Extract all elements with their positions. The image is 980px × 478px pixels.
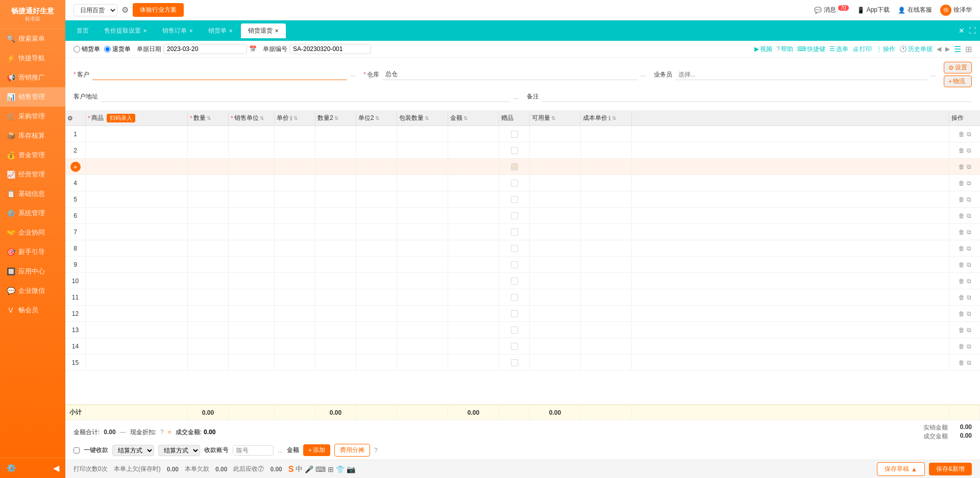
customer-lookup-icon[interactable]: ...	[350, 71, 355, 78]
fee-split-button[interactable]: 费用分摊	[334, 444, 370, 457]
user-profile-button[interactable]: 徐 徐泽华	[940, 5, 972, 16]
gift-checkbox[interactable]	[511, 212, 518, 219]
row-unit-1[interactable]	[229, 126, 275, 142]
row-price-1[interactable]	[275, 126, 315, 142]
app-download-button[interactable]: 📱 App下载	[857, 6, 890, 14]
sidebar-item-sales[interactable]: 📊 销售管理	[0, 87, 65, 107]
row-goods-3[interactable]	[86, 159, 188, 174]
sidebar-item-enterprise[interactable]: 🤝 企业协同	[0, 223, 65, 242]
save-draft-button[interactable]: 保存草稿 ▲	[877, 462, 925, 476]
settings-button[interactable]: ⚙ 设置	[944, 62, 972, 73]
delete-icon[interactable]: 🗑	[959, 180, 965, 187]
industry-select[interactable]: 日用百货	[74, 4, 117, 16]
delete-icon[interactable]: 🗑	[959, 212, 965, 219]
salesman-lookup-icon[interactable]: ...	[930, 71, 936, 78]
available-sort-icon[interactable]: ⇅	[551, 115, 555, 121]
gift-checkbox[interactable]	[511, 310, 518, 317]
row-packqty-3[interactable]	[397, 159, 448, 174]
qty2-input-1[interactable]	[317, 131, 354, 138]
number-input[interactable]	[289, 44, 371, 54]
qty2-sort-icon[interactable]: ⇅	[334, 115, 338, 121]
settings-gear-icon[interactable]: ⚙	[121, 5, 129, 15]
row-unit2-2[interactable]	[356, 142, 397, 158]
account-input[interactable]	[233, 445, 274, 456]
gift-checkbox[interactable]	[511, 245, 518, 252]
warehouse-input[interactable]	[382, 69, 638, 80]
row-qty2-1[interactable]	[315, 126, 356, 142]
unit2-input-1[interactable]	[358, 131, 395, 138]
experience-button[interactable]: 体验行业方案	[133, 3, 184, 17]
collapse-icon[interactable]: ◀	[53, 463, 59, 473]
row-goods-1[interactable]	[86, 126, 188, 142]
row-goods-2[interactable]	[86, 142, 188, 158]
sidebar-item-inventory[interactable]: 📦 库存核算	[0, 126, 65, 145]
one-click-payment-checkbox[interactable]	[74, 447, 80, 454]
copy-icon[interactable]: ⧉	[967, 359, 971, 366]
gift-checkbox[interactable]	[511, 294, 518, 301]
customer-input[interactable]	[92, 69, 348, 80]
payment-method-select[interactable]: 结算方式	[158, 445, 200, 456]
price-info-icon[interactable]: ℹ	[290, 115, 292, 122]
gift-checkbox[interactable]	[511, 343, 518, 350]
video-action[interactable]: ▶ 视频	[754, 45, 772, 54]
message-button[interactable]: 💬 消息 70	[814, 6, 849, 14]
shortcut-action[interactable]: ⌨ 快捷键	[797, 45, 825, 54]
row-packqty-1[interactable]	[397, 126, 448, 142]
gear-col-icon[interactable]: ⚙	[67, 115, 73, 122]
delete-icon[interactable]: 🗑	[959, 261, 965, 268]
row-unit2-3[interactable]	[356, 159, 397, 174]
calc-method-select[interactable]: 结算方式	[112, 445, 154, 456]
copy-icon[interactable]: ⧉	[967, 229, 971, 236]
copy-icon-2[interactable]: ⧉	[967, 147, 971, 154]
gift-checkbox-1[interactable]	[511, 131, 518, 138]
row-packqty-2[interactable]	[397, 142, 448, 158]
copy-icon[interactable]: ⧉	[967, 212, 971, 219]
sidebar-item-member[interactable]: V 畅会员	[0, 300, 65, 320]
copy-icon[interactable]: ⧉	[967, 196, 971, 203]
calendar-icon[interactable]: 📅	[249, 45, 257, 53]
delete-icon[interactable]: 🗑	[959, 310, 965, 317]
delete-icon-2[interactable]: 🗑	[959, 147, 965, 154]
tab-delivery-close-icon[interactable]: ✕	[229, 28, 233, 34]
warehouse-lookup-icon[interactable]: ...	[641, 71, 646, 78]
unit2-sort-icon[interactable]: ⇅	[375, 115, 379, 121]
radio-return-input[interactable]	[104, 46, 111, 53]
copy-icon-3[interactable]: ⧉	[967, 163, 971, 170]
row-amount-3[interactable]	[448, 159, 499, 174]
select-action[interactable]: ☰ 选单	[829, 45, 848, 54]
delete-icon-3[interactable]: 🗑	[959, 163, 965, 170]
tab-return-close-icon[interactable]: ✕	[275, 28, 279, 34]
sidebar-item-apps[interactable]: 🔲 应用中心	[0, 262, 65, 281]
gift-checkbox[interactable]	[511, 196, 518, 203]
delete-icon[interactable]: 🗑	[959, 359, 965, 366]
tab-delivery[interactable]: 销货单 ✕	[201, 23, 240, 38]
grid-view-icon[interactable]: ⊞	[965, 44, 972, 54]
tab-order[interactable]: 销售订单 ✕	[155, 23, 200, 38]
sidebar-item-finance[interactable]: 💰 资金管理	[0, 145, 65, 165]
copy-icon[interactable]: ⧉	[967, 294, 971, 301]
cost-price-info-icon[interactable]: ℹ	[608, 115, 611, 122]
row-price-2[interactable]	[275, 142, 315, 158]
row-unit-3[interactable]	[229, 159, 275, 174]
goods-input-3[interactable]	[88, 163, 185, 170]
radio-return[interactable]: 退货单	[104, 45, 131, 54]
copy-icon[interactable]: ⧉	[967, 278, 971, 285]
qty-input-1[interactable]	[190, 131, 226, 138]
cost-sort-icon[interactable]: ⇅	[612, 115, 616, 121]
row-qty-2[interactable]	[188, 142, 229, 158]
amount-input-1[interactable]	[450, 131, 497, 138]
sidebar-item-wechat[interactable]: 💬 企业微信	[0, 281, 65, 300]
gift-checkbox[interactable]	[511, 261, 518, 268]
packqty-input-1[interactable]	[399, 131, 446, 138]
online-service-button[interactable]: 👤 在线客服	[898, 6, 932, 14]
gift-checkbox[interactable]	[511, 229, 518, 236]
account-lookup-icon[interactable]: ...	[278, 447, 283, 454]
keyboard-icon[interactable]: ⌨	[315, 465, 326, 473]
copy-icon[interactable]: ⧉	[967, 326, 971, 334]
delete-icon[interactable]: 🗑	[959, 245, 965, 252]
radio-sale[interactable]: 销货单	[74, 45, 100, 54]
save-new-button[interactable]: 保存&新增	[929, 463, 972, 475]
row-qty2-2[interactable]	[315, 142, 356, 158]
discount-question-icon[interactable]: ?	[160, 429, 164, 436]
row-qty-3[interactable]	[188, 159, 229, 174]
